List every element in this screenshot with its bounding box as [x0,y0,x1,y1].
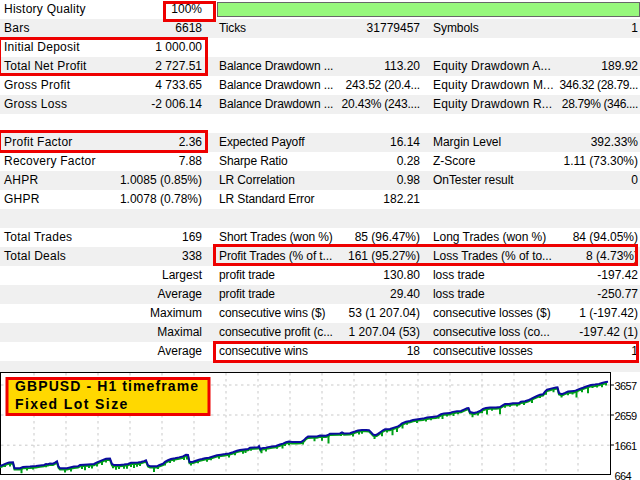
svg-text:2659: 2659 [615,410,638,422]
svg-text:GBPUSD - H1 timeframe: GBPUSD - H1 timeframe [15,378,199,394]
svg-text:Fixed Lot Size: Fixed Lot Size [15,396,129,412]
svg-text:664: 664 [615,470,632,480]
svg-text:1661: 1661 [615,440,638,452]
svg-text:3657: 3657 [615,380,638,392]
